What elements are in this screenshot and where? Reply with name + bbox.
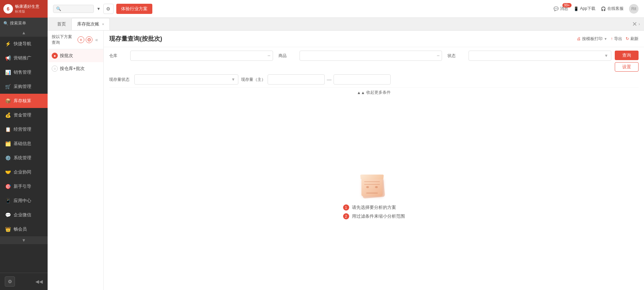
user-avatar-btn[interactable]: Rit — [629, 4, 639, 14]
collapse-more-btn[interactable]: ▲▲ 收起更多条件 — [357, 90, 391, 95]
sidebar-item-marketing[interactable]: 📢 营销推广 — [0, 51, 48, 65]
product-more-icon[interactable]: ··· — [437, 53, 439, 59]
filter-stock-status: 现存量状态 ▼ — [109, 74, 238, 85]
vip-icon: 👑 — [5, 226, 11, 232]
close-panel-btn[interactable]: ✕ — [632, 20, 637, 28]
tab-home-label: 首页 — [57, 21, 66, 27]
step-2-num: 2 — [343, 213, 349, 219]
page-content: 按以下方案查询 + ⚙ « ● 按批次 ○ 按仓库+批次 现存量查询(按批次) — [48, 31, 644, 290]
scheme-collapse-btn[interactable]: « — [94, 36, 99, 43]
sidebar: 6 畅康通好生意 标准版 🔍 搜索菜单 ▲ ⚡ 快捷导航 📢 营销推广 📊 销售… — [0, 0, 48, 290]
basic-icon: 🗂️ — [5, 141, 11, 147]
collab-icon: 🤝 — [5, 169, 11, 175]
filter-warehouse: 仓库 ··· — [109, 51, 273, 61]
app-download-label: App下载 — [580, 6, 595, 12]
page-title: 现存量查询(按批次) — [109, 35, 162, 43]
empty-icon — [357, 170, 391, 198]
sidebar-item-wechat[interactable]: 💬 企业微信 — [0, 208, 48, 222]
empty-step-2: 2 用过滤条件来缩小分析范围 — [343, 213, 405, 219]
sidebar-item-label: 销售管理 — [14, 69, 31, 75]
sidebar-item-quick-nav[interactable]: ⚡ 快捷导航 — [0, 37, 48, 51]
refresh-btn[interactable]: ↻ 刷新 — [626, 36, 639, 42]
page-title-bar: 现存量查询(按批次) 🖨 按模板打印 ▼ ↑ 导出 ↻ 刷新 — [104, 31, 644, 47]
right-content: 现存量查询(按批次) 🖨 按模板打印 ▼ ↑ 导出 ↻ 刷新 — [104, 31, 644, 290]
dropdown-btn[interactable]: ▼ — [97, 6, 101, 11]
operations-icon: 📋 — [5, 126, 11, 132]
scheme-add-btn[interactable]: + — [78, 36, 84, 43]
export-icon: ↑ — [611, 36, 613, 41]
search-icon: 🔍 — [3, 21, 9, 26]
sidebar-item-finance[interactable]: 💰 资金管理 — [0, 108, 48, 122]
sidebar-item-collab[interactable]: 🤝 企业协同 — [0, 165, 48, 179]
tab-home[interactable]: 首页 — [52, 18, 71, 30]
status-dropdown-icon[interactable]: ▼ — [604, 53, 608, 58]
filter-stock-status-label: 现存量状态 — [109, 77, 132, 83]
warehouse-more-icon[interactable]: ··· — [267, 53, 270, 59]
filter-product-input[interactable]: ··· — [300, 51, 442, 61]
trial-btn[interactable]: 体验行业方案 — [116, 4, 152, 14]
filter-product: 商品 ··· — [278, 51, 442, 61]
online-service-btn[interactable]: 🎧 在线客服 — [601, 6, 624, 12]
filter-stock-status-input[interactable]: ▼ — [134, 74, 238, 85]
scroll-up-btn[interactable]: ▲ — [0, 29, 48, 37]
refresh-icon: ↻ — [626, 36, 629, 41]
sidebar-item-sales[interactable]: 📊 销售管理 — [0, 65, 48, 79]
export-btn[interactable]: ↑ 导出 — [611, 36, 622, 42]
sales-icon: 📊 — [5, 69, 11, 75]
filter-warehouse-input[interactable]: ··· — [130, 51, 273, 61]
scheme-item-label: 按批次 — [60, 53, 73, 59]
sidebar-item-appstore[interactable]: 📱 应用中心 — [0, 194, 48, 208]
scheme-item-batch[interactable]: ● 按批次 — [48, 49, 103, 62]
guide-icon: 🎯 — [5, 183, 11, 189]
topbar-search-input[interactable] — [63, 6, 83, 11]
topbar-gear-btn[interactable]: ⚙ — [103, 4, 114, 14]
sidebar-item-label: 资金管理 — [14, 112, 31, 118]
tab-inventory-batch-label: 库存批次账 — [77, 21, 99, 27]
messages-btn[interactable]: 💬 消息 99+ — [554, 6, 568, 12]
topbar: 🔍 ▼ ⚙ 体验行业方案 💬 消息 99+ 📱 App下载 🎧 在线客服 Rit — [48, 0, 644, 18]
collapse-more-label: 收起更多条件 — [366, 90, 391, 95]
printer-icon: 🖨 — [577, 36, 581, 41]
scheme-panel-header: 按以下方案查询 + ⚙ « — [48, 31, 103, 49]
main-area: 🔍 ▼ ⚙ 体验行业方案 💬 消息 99+ 📱 App下载 🎧 在线客服 Rit — [48, 0, 644, 290]
quick-nav-icon: ⚡ — [5, 41, 11, 47]
app-download-btn[interactable]: 📱 App下载 — [574, 6, 595, 12]
sidebar-item-vip[interactable]: 👑 畅会员 — [0, 222, 48, 236]
scheme-dot-gray: ○ — [52, 66, 58, 72]
empty-steps: 1 请先选择要分析的方案 2 用过滤条件来缩小分析范围 — [343, 204, 405, 219]
scheme-item-warehouse-batch[interactable]: ○ 按仓库+批次 — [48, 62, 103, 75]
sidebar-settings-btn[interactable]: ⚙ — [5, 276, 15, 287]
online-service-label: 在线客服 — [607, 6, 624, 12]
close-tab-btn[interactable]: × — [102, 22, 104, 26]
filter-status-label: 状态 — [447, 53, 467, 59]
sidebar-item-label: 企业协同 — [14, 169, 31, 175]
sidebar-item-basic[interactable]: 🗂️ 基础信息 — [0, 137, 48, 151]
sidebar-item-label: 营销推广 — [14, 55, 31, 61]
query-btn[interactable]: 查询 — [615, 51, 639, 60]
messages-badge: 99+ — [562, 3, 572, 7]
sidebar-item-purchase[interactable]: 🛒 采购管理 — [0, 79, 48, 94]
topbar-search-box[interactable]: 🔍 — [53, 5, 94, 13]
sidebar-item-system[interactable]: ⚙️ 系统管理 — [0, 151, 48, 165]
messages-icon: 💬 — [554, 6, 559, 11]
stock-status-dropdown-icon[interactable]: ▼ — [231, 77, 235, 82]
filter-status-input[interactable]: ▼ — [469, 51, 611, 61]
sidebar-item-inventory[interactable]: 📦 库存核算 — [0, 94, 48, 108]
tab-inventory-batch[interactable]: 库存批次账 × — [71, 18, 110, 30]
step-1-num: 1 — [343, 204, 349, 211]
sidebar-item-label: 企业微信 — [14, 212, 31, 218]
filter-stock-qty-label: 现存量（主） — [241, 77, 266, 83]
sidebar-search[interactable]: 🔍 搜索菜单 — [0, 18, 48, 29]
filter-stock-qty-max[interactable] — [334, 74, 391, 85]
sidebar-item-label: 快捷导航 — [14, 41, 31, 47]
refresh-label: 刷新 — [630, 36, 639, 42]
scheme-settings-btn[interactable]: ⚙ — [86, 36, 92, 43]
print-btn[interactable]: 🖨 按模板打印 ▼ — [577, 36, 607, 42]
scroll-down-btn[interactable]: ▼ — [0, 236, 48, 244]
sidebar-item-guide[interactable]: 🎯 新手引导 — [0, 179, 48, 194]
settings-btn[interactable]: 设置 — [615, 62, 639, 72]
filter-stock-qty-min[interactable] — [268, 74, 325, 85]
sidebar-item-operations[interactable]: 📋 经营管理 — [0, 122, 48, 137]
print-dropdown-icon[interactable]: ▼ — [604, 37, 607, 41]
sidebar-collapse-btn[interactable]: ◀◀ — [35, 279, 43, 284]
